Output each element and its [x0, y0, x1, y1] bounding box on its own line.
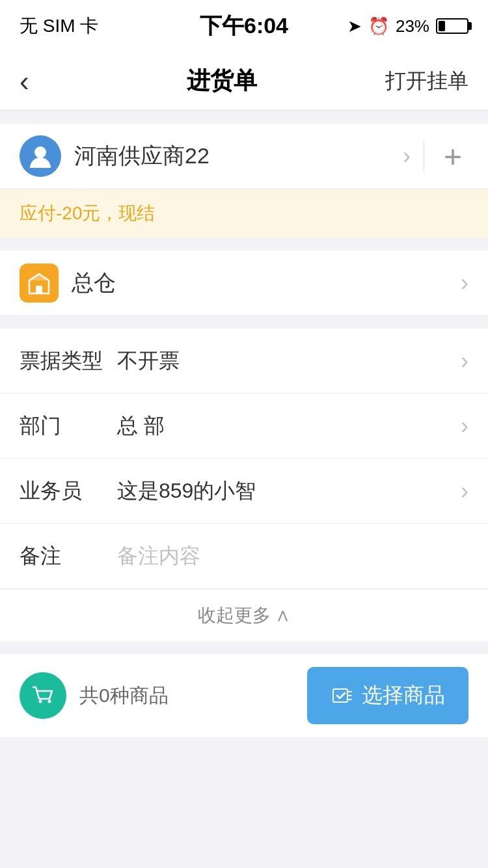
status-time: 下午6:04: [200, 11, 288, 41]
remark-input[interactable]: 备注内容: [111, 542, 468, 571]
product-count: 共0种商品: [79, 683, 294, 709]
bottom-bar: 共0种商品 选择商品: [0, 654, 488, 737]
supplier-section: 河南供应商22 › +: [0, 124, 488, 189]
svg-point-3: [48, 700, 51, 703]
page-title: 进货单: [187, 65, 257, 97]
product-cart-icon: [20, 672, 66, 719]
invoice-type-row[interactable]: 票据类型 不开票 ›: [0, 329, 488, 394]
warehouse-icon: [20, 264, 59, 303]
warehouse-row[interactable]: 总仓 ›: [0, 251, 488, 316]
department-row[interactable]: 部门 总 部 ›: [0, 394, 488, 459]
notice-text: 应付-20元，现结: [20, 203, 155, 223]
remark-label: 备注: [20, 542, 111, 571]
add-supplier-button[interactable]: +: [437, 132, 468, 181]
alarm-icon: ⏰: [368, 16, 389, 36]
status-bar: 无 SIM 卡 下午6:04 ➤ ⏰ 23%: [0, 0, 488, 52]
invoice-type-label: 票据类型: [20, 347, 111, 375]
svg-rect-4: [333, 689, 347, 702]
svg-point-0: [34, 146, 46, 158]
salesperson-label: 业务员: [20, 477, 111, 506]
open-pending-button[interactable]: 打开挂单: [385, 67, 468, 96]
select-product-label: 选择商品: [362, 681, 445, 710]
gap-1: [0, 111, 488, 124]
supplier-row[interactable]: 河南供应商22 ›: [20, 124, 411, 189]
invoice-type-value: 不开票: [111, 347, 454, 375]
collapse-toggle[interactable]: 收起更多 ∧: [0, 589, 488, 641]
supplier-name: 河南供应商22: [74, 141, 396, 171]
supplier-chevron-icon: ›: [403, 142, 411, 170]
battery-icon: [436, 18, 468, 34]
form-section: 票据类型 不开票 › 部门 总 部 › 业务员 这是859的小智 › 备注 备注…: [0, 329, 488, 641]
department-chevron-icon: ›: [461, 413, 468, 440]
collapse-label: 收起更多 ∧: [198, 603, 291, 628]
warehouse-chevron-icon: ›: [461, 269, 468, 297]
status-right: ➤ ⏰ 23%: [347, 16, 468, 36]
salesperson-chevron-icon: ›: [461, 478, 468, 505]
salesperson-row[interactable]: 业务员 这是859的小智 ›: [0, 459, 488, 524]
select-product-button[interactable]: 选择商品: [307, 667, 468, 724]
svg-rect-1: [36, 286, 42, 293]
svg-point-2: [39, 700, 42, 703]
nav-bar: ‹ 进货单 打开挂单: [0, 52, 488, 111]
location-icon: ➤: [347, 16, 362, 36]
remark-row[interactable]: 备注 备注内容: [0, 524, 488, 589]
status-carrier: 无 SIM 卡: [20, 14, 105, 38]
department-value: 总 部: [111, 412, 454, 441]
warehouse-name: 总仓: [72, 268, 454, 298]
back-button[interactable]: ‹: [20, 65, 59, 98]
battery-percent: 23%: [396, 16, 429, 36]
department-label: 部门: [20, 412, 111, 441]
invoice-type-chevron-icon: ›: [461, 347, 468, 375]
warehouse-section: 总仓 ›: [0, 251, 488, 316]
supplier-divider: [424, 140, 424, 172]
salesperson-value: 这是859的小智: [111, 477, 454, 506]
notice-bar: 应付-20元，现结: [0, 189, 488, 237]
supplier-avatar: [20, 135, 61, 177]
